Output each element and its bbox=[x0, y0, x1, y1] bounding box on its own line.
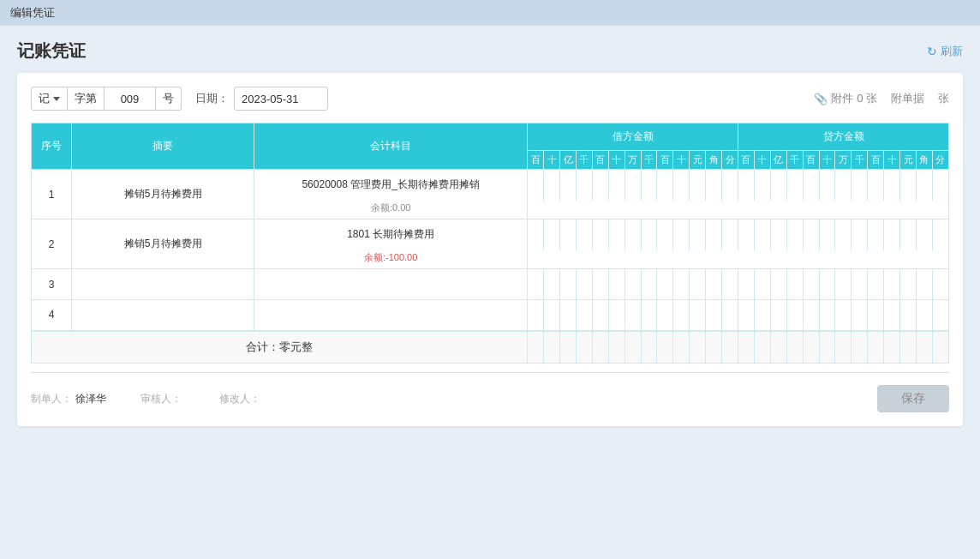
credit-char-11: 元 bbox=[900, 151, 917, 170]
credit-char-8: 千 bbox=[852, 151, 868, 170]
date-input[interactable] bbox=[234, 87, 328, 111]
credit-char-1: 百 bbox=[738, 151, 755, 170]
row-subject-3[interactable] bbox=[254, 269, 528, 300]
table-row-4[interactable]: 4 bbox=[32, 300, 949, 331]
credit-char-10: 十 bbox=[884, 151, 900, 170]
debit-char-12: 角 bbox=[706, 151, 722, 170]
table-wrapper: 序号 摘要 会计科目 借方金额 贷方金额 百 十 亿 千 百 十 万 bbox=[31, 123, 949, 364]
maker-group: 制单人： 徐泽华 bbox=[31, 392, 106, 406]
credit-char-7: 万 bbox=[835, 151, 852, 170]
footer-row: 制单人： 徐泽华 审核人： 修改人： 保存 bbox=[31, 373, 949, 412]
total-text: 合计：零元整 bbox=[32, 331, 528, 364]
debit-char-8: 千 bbox=[641, 151, 657, 170]
voucher-type-select[interactable]: 记 bbox=[31, 87, 68, 111]
voucher-type-value: 记 bbox=[39, 91, 50, 106]
table-row-3[interactable]: 3 bbox=[32, 269, 949, 300]
attachment-count: 0 张 bbox=[857, 91, 877, 106]
refresh-label: 刷新 bbox=[941, 44, 963, 59]
date-label: 日期： bbox=[195, 91, 229, 106]
date-group: 日期： bbox=[195, 87, 328, 111]
row-subject-4[interactable] bbox=[254, 300, 528, 331]
debit-char-2: 十 bbox=[544, 151, 560, 170]
page-title: 记账凭证 bbox=[17, 39, 86, 63]
credit-char-2: 十 bbox=[754, 151, 770, 170]
clip-icon: 📎 bbox=[814, 93, 828, 105]
reviewer-label: 审核人： bbox=[140, 392, 182, 406]
maker-label: 制单人： bbox=[31, 392, 72, 406]
voucher-type-group: 记 字第 号 bbox=[31, 87, 182, 111]
title-bar: 编辑凭证 bbox=[0, 0, 980, 26]
save-button[interactable]: 保存 bbox=[877, 385, 949, 412]
chevron-down-icon bbox=[53, 97, 60, 101]
debit-char-5: 百 bbox=[592, 151, 608, 170]
col-header-subject: 会计科目 bbox=[254, 123, 528, 170]
debit-char-13: 分 bbox=[722, 151, 738, 170]
row-subject-1[interactable]: 56020008 管理费用_长期待摊费用摊销 bbox=[254, 170, 528, 201]
debit-char-11: 元 bbox=[690, 151, 706, 170]
zi-label: 字第 bbox=[68, 87, 105, 111]
total-row: 合计：零元整 bbox=[32, 331, 949, 364]
row-summary-3[interactable] bbox=[72, 269, 254, 300]
row-seq-1: 1 bbox=[32, 170, 72, 219]
col-header-credit: 贷方金额 bbox=[738, 123, 949, 151]
refresh-button[interactable]: ↻ 刷新 bbox=[927, 44, 963, 59]
debit-char-6: 十 bbox=[608, 151, 624, 170]
col-header-summary: 摘要 bbox=[72, 123, 254, 170]
row-summary-4[interactable] bbox=[72, 300, 254, 331]
credit-char-6: 十 bbox=[819, 151, 835, 170]
main-content: 记账凭证 ↻ 刷新 记 字第 号 日期： bbox=[0, 26, 980, 559]
row-seq-4: 4 bbox=[32, 300, 72, 331]
row-seq-2: 2 bbox=[32, 219, 72, 269]
row-balance-2: 余额:-100.00 bbox=[254, 250, 528, 269]
table-row-2[interactable]: 2 摊销5月待摊费用 1801 长期待摊费用 bbox=[32, 219, 949, 250]
credit-char-3: 亿 bbox=[770, 151, 786, 170]
row-summary-1[interactable]: 摊销5月待摊费用 bbox=[72, 170, 254, 219]
col-header-seq: 序号 bbox=[32, 123, 72, 170]
form-row: 记 字第 号 日期： 📎 附件 0 张 附单据 bbox=[31, 87, 949, 111]
debit-char-1: 百 bbox=[528, 151, 544, 170]
table-header-row-1: 序号 摘要 会计科目 借方金额 贷方金额 bbox=[32, 123, 949, 151]
debit-char-7: 万 bbox=[624, 151, 641, 170]
row-balance-1: 余额:0.00 bbox=[254, 201, 528, 219]
table-row[interactable]: 1 摊销5月待摊费用 56020008 管理费用_长期待摊费用摊销 bbox=[32, 170, 949, 201]
balance-text-1: 余额:0.00 bbox=[371, 202, 410, 213]
voucher-table: 序号 摘要 会计科目 借方金额 贷方金额 百 十 亿 千 百 十 万 bbox=[31, 123, 949, 364]
attach-single-area: 附单据 bbox=[891, 91, 924, 106]
debit-char-10: 十 bbox=[673, 151, 690, 170]
row-summary-2[interactable]: 摊销5月待摊费用 bbox=[72, 219, 254, 269]
credit-char-13: 分 bbox=[932, 151, 948, 170]
hao-label: 号 bbox=[156, 87, 182, 111]
debit-char-3: 亿 bbox=[560, 151, 577, 170]
credit-char-12: 角 bbox=[916, 151, 932, 170]
attachment-link[interactable]: 📎 附件 0 张 bbox=[814, 91, 877, 106]
modifier-group: 修改人： bbox=[219, 392, 264, 406]
page-header: 记账凭证 ↻ 刷新 bbox=[17, 39, 963, 63]
attachment-label: 附件 bbox=[831, 91, 853, 106]
voucher-number-input[interactable] bbox=[105, 87, 156, 111]
modifier-label: 修改人： bbox=[219, 392, 260, 406]
debit-char-4: 千 bbox=[576, 151, 592, 170]
attachment-area: 📎 附件 0 张 附单据 张 bbox=[814, 91, 949, 106]
reviewer-group: 审核人： bbox=[140, 392, 185, 406]
refresh-icon: ↻ bbox=[927, 45, 937, 58]
credit-char-9: 百 bbox=[868, 151, 884, 170]
credit-char-4: 千 bbox=[786, 151, 803, 170]
col-header-debit: 借方金额 bbox=[528, 123, 738, 151]
maker-value: 徐泽华 bbox=[75, 392, 106, 406]
voucher-card: 记 字第 号 日期： 📎 附件 0 张 附单据 bbox=[17, 73, 963, 426]
row-subject-2[interactable]: 1801 长期待摊费用 bbox=[254, 219, 528, 250]
attach-single-label: 附单据 bbox=[891, 91, 924, 106]
row-seq-3: 3 bbox=[32, 269, 72, 300]
sheets-unit: 张 bbox=[938, 91, 949, 106]
balance-text-2: 余额:-100.00 bbox=[364, 252, 417, 262]
credit-char-5: 百 bbox=[803, 151, 819, 170]
debit-char-9: 百 bbox=[657, 151, 673, 170]
title-bar-label: 编辑凭证 bbox=[10, 5, 55, 21]
